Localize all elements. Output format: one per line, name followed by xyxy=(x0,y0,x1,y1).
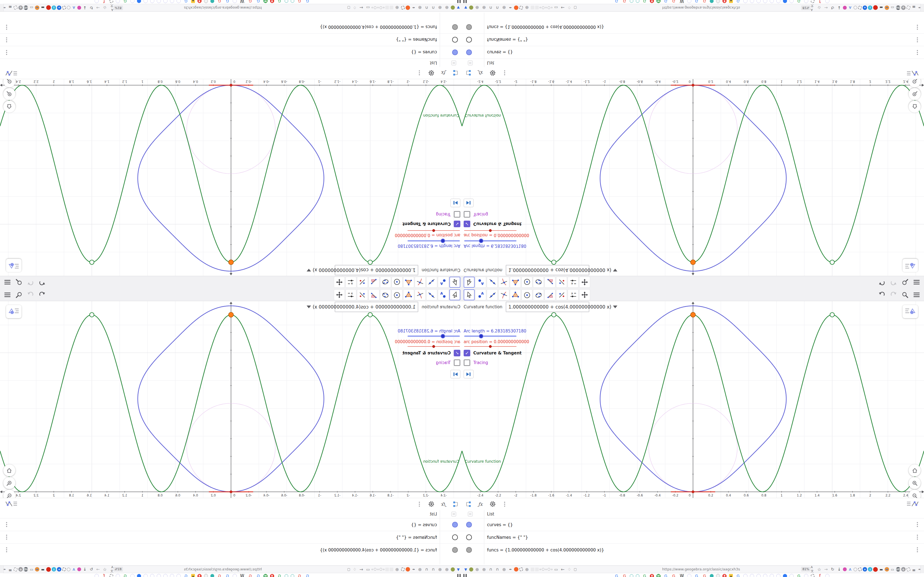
record-icon[interactable] xyxy=(873,567,878,572)
trash-icon[interactable]: ▬ xyxy=(879,567,884,572)
google-icon[interactable]: G xyxy=(796,574,801,577)
placeholder-icon[interactable] xyxy=(825,0,829,3)
google-icon[interactable]: G xyxy=(225,0,230,3)
yandex-icon[interactable]: Я xyxy=(650,0,654,3)
visibility-marble[interactable] xyxy=(466,50,472,55)
undo-icon[interactable] xyxy=(39,279,46,286)
collapse-button[interactable]: − xyxy=(451,60,456,65)
translate-icon[interactable]: A文 xyxy=(811,4,816,11)
algebra-row[interactable]: curves = {} xyxy=(0,518,462,531)
facebook-red-icon[interactable]: f xyxy=(817,574,823,577)
placeholder-icon[interactable] xyxy=(687,0,691,3)
yandex-icon[interactable]: Я xyxy=(722,0,727,3)
info-icon[interactable]: i xyxy=(204,0,208,3)
tool-ellipse[interactable] xyxy=(380,277,391,288)
back-arrow-icon[interactable]: ← xyxy=(560,5,566,10)
graphics-stylebar-button[interactable] xyxy=(903,259,918,272)
disabled-icon[interactable] xyxy=(535,6,539,10)
more-options-icon[interactable] xyxy=(415,69,423,77)
funnel-icon[interactable]: ▼ xyxy=(463,6,468,10)
curvature-tangent-checkbox[interactable]: ✓ xyxy=(454,221,460,227)
globe-icon[interactable]: ⊕ xyxy=(501,5,507,10)
record-icon[interactable] xyxy=(873,5,878,10)
globe-icon[interactable]: ⊕ xyxy=(417,567,423,572)
url-text[interactable]: https://www.geogebra.org/classic/aagcxh3… xyxy=(184,567,262,571)
placeholder-icon[interactable] xyxy=(756,574,761,577)
globe-icon[interactable]: ⊕ xyxy=(524,5,530,10)
placeholder-icon[interactable] xyxy=(763,0,767,3)
collapse-button[interactable]: − xyxy=(468,60,473,65)
redo-icon[interactable] xyxy=(27,291,34,298)
plus-icon[interactable]: + xyxy=(863,5,867,10)
tool-line[interactable] xyxy=(487,289,498,300)
visibility-marble[interactable] xyxy=(466,24,472,30)
google-icon[interactable]: G xyxy=(277,574,282,577)
ublock-icon[interactable]: UD xyxy=(24,567,28,572)
row-menu-icon[interactable] xyxy=(917,522,918,527)
fx-icon[interactable]: ƒx xyxy=(439,69,448,77)
forward-icon[interactable]: → xyxy=(823,5,829,10)
folder-icon[interactable]: ▭ xyxy=(365,567,371,572)
fx-icon[interactable]: ƒx xyxy=(439,500,448,508)
google-icon[interactable]: G xyxy=(663,0,669,3)
disabled-icon[interactable] xyxy=(535,568,539,571)
trash-icon[interactable]: ▬ xyxy=(40,6,45,10)
google-icon[interactable]: G xyxy=(183,0,189,3)
tracing-checkbox[interactable] xyxy=(464,359,470,366)
placeholder-icon[interactable] xyxy=(150,0,154,3)
placeholder-icon[interactable] xyxy=(743,0,748,3)
tool-point[interactable]: A xyxy=(475,277,486,288)
arc-position-slider[interactable] xyxy=(407,230,460,231)
zoom-level-badge[interactable]: 81% xyxy=(801,5,811,10)
google-icon[interactable]: G xyxy=(255,0,261,3)
algebra-row[interactable]: funcs = {1.000000000000 + cos(4.00000000… xyxy=(0,21,462,34)
trash-icon[interactable]: ▬ xyxy=(879,6,884,10)
gear-icon[interactable] xyxy=(811,0,814,3)
google-icon[interactable]: G xyxy=(123,0,128,3)
curvature-function-input[interactable]: 1.000000000000 + cos(4.000000000000 x) xyxy=(335,265,418,275)
shield2-icon[interactable]: ⊙ xyxy=(18,567,23,572)
globe-gray-icon[interactable] xyxy=(13,567,18,572)
forward-icon[interactable]: → xyxy=(823,567,829,572)
download-icon[interactable]: ↓ xyxy=(836,567,842,572)
shield2-icon[interactable]: ⊙ xyxy=(18,5,23,10)
globe-share-icon[interactable]: ↔ xyxy=(35,567,39,572)
algebra-row[interactable]: funcNames = {" "} xyxy=(0,531,462,543)
algebra-row[interactable]: funcs = {1.000000000000 + cos(4.00000000… xyxy=(462,21,924,34)
image-icon[interactable]: ▲ xyxy=(191,0,195,3)
tree-view-icon[interactable] xyxy=(464,69,472,77)
google-icon[interactable]: G xyxy=(247,0,253,3)
row-menu-icon[interactable] xyxy=(6,50,7,55)
google-icon[interactable]: G xyxy=(735,0,741,3)
google-icon[interactable]: G xyxy=(614,574,619,577)
placeholder-icon[interactable] xyxy=(116,574,120,577)
yandex-icon[interactable]: Я xyxy=(650,574,654,577)
graphics-stylebar-button[interactable] xyxy=(6,305,21,318)
gear-icon[interactable] xyxy=(858,6,862,10)
google-icon[interactable]: G xyxy=(642,574,647,577)
folder-icon[interactable]: ▭ xyxy=(365,5,371,10)
placeholder-icon[interactable] xyxy=(743,574,748,577)
translate2-icon[interactable]: A xyxy=(848,567,853,572)
translate-icon[interactable]: A文 xyxy=(811,566,816,573)
wrench-icon[interactable]: ✒ xyxy=(411,567,416,572)
placeholder-icon[interactable] xyxy=(770,574,774,577)
search-icon[interactable] xyxy=(901,291,909,298)
shield-icon[interactable]: ♢ xyxy=(352,567,357,572)
highlighter-icon[interactable] xyxy=(77,6,81,10)
gear-icon[interactable] xyxy=(62,567,66,571)
bookmark-star-icon[interactable]: ☆ xyxy=(102,567,108,572)
puzzle-icon[interactable]: ▄ xyxy=(8,567,13,571)
circle-icon[interactable] xyxy=(380,6,382,9)
globe-icon[interactable]: ⊕ xyxy=(437,567,443,572)
url-text[interactable]: https://www.geogebra.org/classic/aagcxh3… xyxy=(662,567,740,571)
wikipedia-icon[interactable]: W xyxy=(239,574,245,577)
tool-move-view[interactable] xyxy=(334,289,345,300)
row-menu-icon[interactable] xyxy=(6,547,7,552)
google-icon[interactable]: G xyxy=(671,574,677,577)
visibility-marble[interactable] xyxy=(452,50,458,55)
globe-share-icon[interactable]: ↔ xyxy=(885,5,889,10)
tool-reflect[interactable] xyxy=(556,289,567,300)
tool-intersect[interactable] xyxy=(415,289,426,300)
dot-icon[interactable] xyxy=(383,7,384,8)
